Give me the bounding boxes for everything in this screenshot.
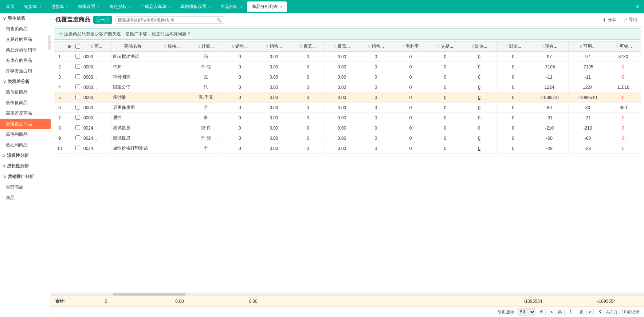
tab-product-analysis-list[interactable]: 商品分析列表 × <box>247 1 287 12</box>
sidebar-item-category-rate[interactable]: 商品分类动销率 <box>0 45 51 55</box>
cell-browse1[interactable]: 0 <box>462 92 496 103</box>
row-checkbox[interactable] <box>75 115 80 120</box>
sidebar-item-low-value[interactable]: 低价值商品 <box>0 98 51 108</box>
col-gross-margin[interactable]: ⇅ 毛利率 <box>393 41 428 52</box>
cell-checkbox[interactable] <box>74 92 82 103</box>
search-icon[interactable]: 🔍 <box>216 17 222 23</box>
close-icon[interactable]: × <box>98 5 100 9</box>
cell-checkbox[interactable] <box>74 133 82 143</box>
col-settings[interactable]: ⚙ <box>65 41 74 52</box>
cell-checkbox[interactable] <box>74 143 82 154</box>
cell-browse1[interactable]: 0 <box>462 103 496 113</box>
first-page-button[interactable]: K <box>538 309 546 315</box>
col-sales-qty[interactable]: ⇅ 销售... <box>223 41 257 52</box>
tab-product-warehouse[interactable]: 产成品入库单 × <box>136 1 175 12</box>
sidebar-item-traded-goods[interactable]: 交易过的商品 <box>0 34 51 45</box>
cell-checkbox[interactable] <box>74 52 82 62</box>
last-page-button[interactable]: K <box>596 309 604 315</box>
col-cover2[interactable]: ⇅ 覆盖... <box>325 41 359 52</box>
table-container[interactable]: ⚙ ⇅ 商... 商品名称 <box>51 41 644 293</box>
nav-close-button[interactable]: × <box>633 3 643 11</box>
cell-name[interactable]: 旺辅批次测试 <box>111 52 155 62</box>
sidebar-section-cluster[interactable]: ∨ 类群差分析 <box>0 76 51 87</box>
close-icon[interactable]: × <box>280 5 282 9</box>
tab-sales-order[interactable]: 销货单 × <box>20 1 46 12</box>
col-browse1[interactable]: ⇅ 浏览... <box>462 41 496 52</box>
cell-name[interactable]: 启用保质期 <box>111 103 155 113</box>
cell-browse1[interactable]: 0 <box>462 62 496 72</box>
row-checkbox[interactable] <box>75 146 80 150</box>
sidebar-section-overall[interactable]: ∨ 整体信息 <box>0 13 51 24</box>
close-icon[interactable]: × <box>240 5 242 9</box>
cell-name[interactable]: 眼宝公仔 <box>111 82 155 92</box>
cell-browse1[interactable]: 0 <box>462 82 496 92</box>
prev-page-button[interactable]: < <box>548 309 555 315</box>
select-all-checkbox[interactable] <box>75 44 80 49</box>
horizontal-scrollbar[interactable] <box>51 293 644 296</box>
row-checkbox[interactable] <box>75 74 80 79</box>
cell-browse1[interactable]: 0 <box>462 52 496 62</box>
sidebar-item-all-goods[interactable]: 全部商品 <box>0 182 51 193</box>
col-trade[interactable]: ⇅ 交易... <box>428 41 462 52</box>
cell-checkbox[interactable] <box>74 62 82 72</box>
cell-name[interactable]: 多计量 <box>111 92 155 103</box>
current-page-input[interactable] <box>564 309 577 315</box>
sidebar-item-stock-fund[interactable]: 库存资金占用 <box>0 66 51 76</box>
col-current-stock[interactable]: ⇅ 现有... <box>530 41 569 52</box>
tab-template-settings[interactable]: 单据模板设置 × <box>176 1 215 12</box>
cell-browse1[interactable]: 0 <box>462 123 496 133</box>
sidebar-item-high-value[interactable]: 高价值商品 <box>0 87 51 98</box>
cell-browse1[interactable]: 0 <box>462 113 496 123</box>
row-checkbox[interactable] <box>75 64 80 69</box>
export-button[interactable]: ↗ 导出 <box>621 16 640 24</box>
cell-checkbox[interactable] <box>74 82 82 92</box>
next-page-button[interactable]: > <box>586 309 594 315</box>
sidebar-item-high-margin[interactable]: 高毛利商品 <box>0 129 51 140</box>
row-checkbox[interactable] <box>75 125 80 130</box>
sidebar-item-stocked-goods[interactable]: 有库存的商品 <box>0 55 51 66</box>
col-cover1[interactable]: ⇅ 覆盖... <box>291 41 325 52</box>
cell-browse1[interactable]: 0 <box>462 72 496 82</box>
row-checkbox[interactable] <box>75 84 80 89</box>
sidebar-item-low-margin[interactable]: 低毛利商品 <box>0 140 51 150</box>
sidebar-section-circulation[interactable]: > 流通性分析 <box>0 150 51 161</box>
close-icon[interactable]: × <box>39 5 42 9</box>
sidebar-item-new-goods[interactable]: 新品 <box>0 193 51 203</box>
sidebar-item-high-coverage[interactable]: 高覆盖度商品 <box>0 108 51 119</box>
cell-name[interactable]: 测试提成 <box>111 133 155 143</box>
search-input[interactable] <box>118 17 215 23</box>
cell-checkbox[interactable] <box>74 103 82 113</box>
sidebar-section-growth[interactable]: > 成长性分析 <box>0 161 51 171</box>
row-checkbox[interactable] <box>75 135 80 140</box>
cell-name[interactable]: 符号测试 <box>111 72 155 82</box>
search-box[interactable]: 🔍 <box>115 16 224 24</box>
close-icon[interactable]: × <box>209 5 211 9</box>
sidebar-collapse-button[interactable]: « <box>48 35 51 49</box>
tab-permission-settings[interactable]: 权限设置 × <box>74 1 104 12</box>
tab-home[interactable]: 首页 <box>1 1 19 12</box>
period-button[interactable]: 近一月 <box>93 16 112 24</box>
cell-name[interactable]: 属性 <box>111 113 155 123</box>
col-sellable[interactable]: ⇅ 可销... <box>607 41 641 52</box>
row-checkbox[interactable] <box>75 95 80 99</box>
col-sales-amt[interactable]: ⇅ 销售... <box>257 41 291 52</box>
cell-browse1[interactable]: 0 <box>462 143 496 154</box>
cell-checkbox[interactable] <box>74 123 82 133</box>
close-icon[interactable]: × <box>66 5 68 9</box>
row-checkbox[interactable] <box>75 54 80 59</box>
close-icon[interactable]: × <box>169 5 171 9</box>
cell-checkbox[interactable] <box>74 72 82 82</box>
close-icon[interactable]: × <box>129 5 131 9</box>
col-browse2[interactable]: ⇅ 浏览... <box>496 41 530 52</box>
per-page-select[interactable]: 50 100 <box>517 308 535 316</box>
cell-name[interactable]: 牛奶 <box>111 62 155 72</box>
cell-browse1[interactable]: 0 <box>462 133 496 143</box>
tab-role-auth[interactable]: 角色授权 × <box>105 1 136 12</box>
col-name[interactable]: 商品名称 <box>111 41 155 52</box>
sidebar-item-low-coverage[interactable]: 低覆盖度商品 <box>0 119 51 129</box>
sidebar-item-sales-goods[interactable]: 销售类商品 <box>0 24 51 34</box>
cell-name[interactable]: 测试数量 <box>111 123 155 133</box>
col-sales3[interactable]: ⇅ 销售... <box>359 41 393 52</box>
scrollbar-thumb[interactable] <box>113 293 186 296</box>
cell-checkbox[interactable] <box>74 113 82 123</box>
